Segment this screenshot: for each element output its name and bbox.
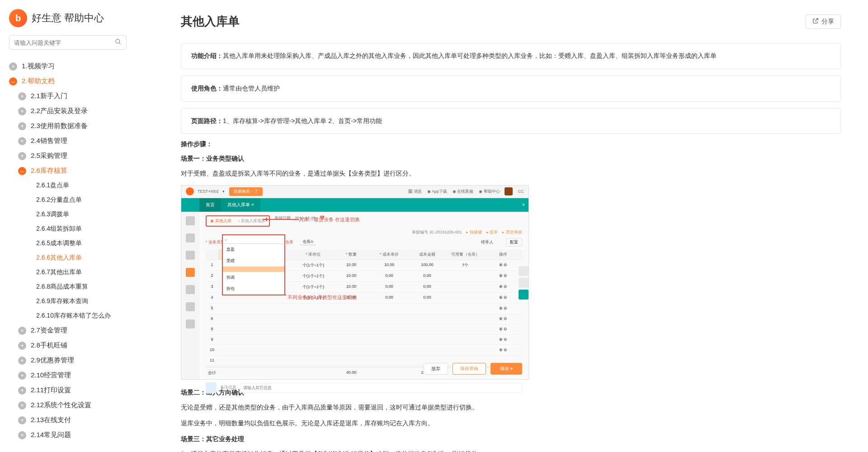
nav-2-6-6[interactable]: 2.6.6其他入库单 — [9, 251, 135, 265]
nav-2-3[interactable]: +2.3使用前数据准备 — [9, 119, 135, 133]
scene3-p1: 1、赠品入库的商品直接转为销售。通过工具栏【复制/复制为销货单】功能，将单据信息… — [181, 448, 841, 452]
sp-note-input — [240, 383, 522, 393]
path-label: 页面路径： — [191, 117, 223, 124]
sp-tool-icon — [519, 290, 528, 300]
nav-2-8[interactable]: +2.8手机旺铺 — [9, 338, 135, 353]
nav-2-6-4[interactable]: 2.6.4组装拆卸单 — [9, 222, 135, 236]
nav-2-11[interactable]: +2.11打印设置 — [9, 383, 135, 398]
sp-save-button: 保存 ▾ — [491, 363, 522, 375]
nav-tree: +1.视频学习 –2.帮助文档 +2.1新手入门 +2.2产品安装及登录 +2.… — [9, 59, 135, 442]
nav-2-6-3[interactable]: 2.6.3调拨单 — [9, 207, 135, 222]
expand-icon: + — [18, 107, 26, 115]
sp-left-rail — [181, 212, 199, 379]
logo-text: 好生意 帮助中心 — [32, 11, 104, 25]
sp-tool-icon — [519, 278, 528, 288]
sp-tab-home: 首页 — [199, 198, 221, 212]
nav-2-9[interactable]: +2.9优惠券管理 — [9, 353, 135, 368]
nav-2-6-10[interactable]: 2.6.10库存账本错了怎么办 — [9, 309, 135, 323]
intro-text: 其他入库单用来处理除采购入库、产成品入库之外的其他入库业务，因此其他入库单可处理… — [223, 52, 717, 59]
sp-user: CC — [518, 189, 524, 194]
sp-tab-current: 其他入库单 × — [221, 198, 260, 212]
search-input[interactable] — [14, 39, 115, 46]
sp-right-tools — [519, 266, 528, 300]
steps-label: 操作步骤： — [181, 140, 841, 148]
sp-annotation-1: 入库、退货业务 在这里切换 — [299, 216, 360, 223]
expand-icon: + — [18, 431, 26, 439]
sp-logo-icon — [186, 187, 194, 195]
sp-arrow-icon — [258, 216, 299, 222]
expand-icon: + — [18, 327, 26, 335]
expand-icon: + — [18, 92, 26, 100]
sp-annotation-2: 不同业务的入库类型在这里切换 — [288, 294, 357, 301]
sp-tool-icon — [519, 266, 528, 276]
nav-2-7[interactable]: +2.7资金管理 — [9, 323, 135, 338]
sp-link-service: ◉ 在线客服 — [453, 189, 474, 195]
nav-2-6-8[interactable]: 2.6.8商品成本重算 — [9, 280, 135, 294]
nav-2-10[interactable]: +2.10经营管理 — [9, 368, 135, 383]
sp-rail-icon — [186, 251, 195, 260]
nav-2-6[interactable]: –2.6库存核算 — [9, 163, 135, 178]
sp-rail-icon — [186, 233, 195, 243]
sp-biztype-dropdown: ⌕ 盘盈 受赠 协调 拆包 — [222, 234, 285, 295]
scene1-title: 场景一：业务类型确认 — [181, 155, 841, 163]
path-text: 1、库存核算->库存管理->其他入库单 2、首页->常用功能 — [223, 117, 382, 124]
intro-label: 功能介绍： — [191, 52, 223, 59]
role-label: 使用角色： — [191, 85, 223, 92]
sp-note-icon — [206, 382, 217, 393]
expand-icon: + — [18, 371, 26, 380]
sp-link-app: ◉ App下载 — [427, 189, 447, 195]
scene3-title: 场景三：其它业务处理 — [181, 435, 841, 443]
nav-2-6-1[interactable]: 2.6.1盘点单 — [9, 178, 135, 193]
sp-link-help: ◉ 帮助中心 — [479, 189, 500, 195]
sp-buy-button: 我要购买～了 — [229, 187, 263, 196]
sp-discard-button: 放弃 — [424, 363, 448, 375]
svg-point-0 — [116, 39, 120, 43]
nav-2-12[interactable]: +2.12系统个性化设置 — [9, 398, 135, 413]
logo[interactable]: b 好生意 帮助中心 — [9, 9, 135, 27]
nav-2-2[interactable]: +2.2产品安装及登录 — [9, 104, 135, 119]
sp-link-msg: ☰ 消息 — [408, 189, 422, 195]
expand-icon: + — [18, 122, 26, 130]
sp-rail-icon — [186, 319, 195, 328]
search-box[interactable] — [9, 35, 127, 50]
nav-2-14[interactable]: +2.14常见问题 — [9, 428, 135, 442]
nav-video-learning[interactable]: +1.视频学习 — [9, 59, 135, 74]
sp-rail-icon — [186, 302, 195, 311]
expand-icon: + — [18, 137, 26, 145]
nav-2-4[interactable]: +2.4销售管理 — [9, 133, 135, 148]
logo-icon: b — [9, 9, 27, 27]
screenshot-1: TEST-H002 ▾ 我要购买～了 ☰ 消息 ◉ App下载 ◉ 在线客服 ◉… — [181, 185, 529, 380]
expand-icon: + — [18, 401, 26, 409]
collapse-icon: – — [9, 77, 17, 86]
nav-2-6-9[interactable]: 2.6.9库存账本查询 — [9, 294, 135, 309]
nav-2-6-5[interactable]: 2.6.5成本调整单 — [9, 236, 135, 251]
sp-account: TEST-H002 — [198, 189, 219, 194]
nav-2-13[interactable]: +2.13在线支付 — [9, 413, 135, 428]
sp-rail-icon — [186, 216, 195, 225]
scene2-p1: 无论是受赠，还是其他类型的业务，由于入库商品质量等原因，需要退回，这时可通过单据… — [181, 401, 841, 414]
sp-avatar-icon — [505, 187, 513, 195]
sp-rail-icon-active — [186, 268, 195, 277]
main-content: 其他入库单 分享 功能介绍：其他入库单用来处理除采购入库、产成品入库之外的其他入… — [136, 0, 868, 452]
search-icon[interactable] — [115, 38, 122, 47]
nav-2-5[interactable]: +2.5采购管理 — [9, 148, 135, 163]
sp-draft-button: 保存草稿 — [453, 363, 486, 375]
expand-icon: + — [18, 357, 26, 365]
expand-icon: + — [9, 62, 17, 71]
share-button[interactable]: 分享 — [806, 14, 841, 29]
scene1-para: 对于受赠、盘盈或是拆装入库等不同的业务，是通过单据头【业务类型】进行区分。 — [181, 167, 841, 180]
nav-2-6-2[interactable]: 2.6.2分量盘点单 — [9, 193, 135, 207]
svg-line-1 — [119, 43, 120, 44]
role-box: 使用角色：通常由仓管人员维护 — [181, 76, 841, 102]
expand-icon: + — [18, 386, 26, 395]
expand-icon: + — [18, 416, 26, 424]
intro-box: 功能介绍：其他入库单用来处理除采购入库、产成品入库之外的其他入库业务，因此其他入… — [181, 43, 841, 69]
nav-2-6-7[interactable]: 2.6.7其他出库单 — [9, 265, 135, 280]
share-icon — [812, 18, 819, 25]
expand-icon: + — [18, 342, 26, 350]
expand-icon: + — [18, 152, 26, 160]
share-label: 分享 — [821, 18, 834, 26]
nav-2-1[interactable]: +2.1新手入门 — [9, 89, 135, 104]
nav-help-docs[interactable]: –2.帮助文档 — [9, 74, 135, 89]
role-text: 通常由仓管人员维护 — [223, 85, 280, 92]
